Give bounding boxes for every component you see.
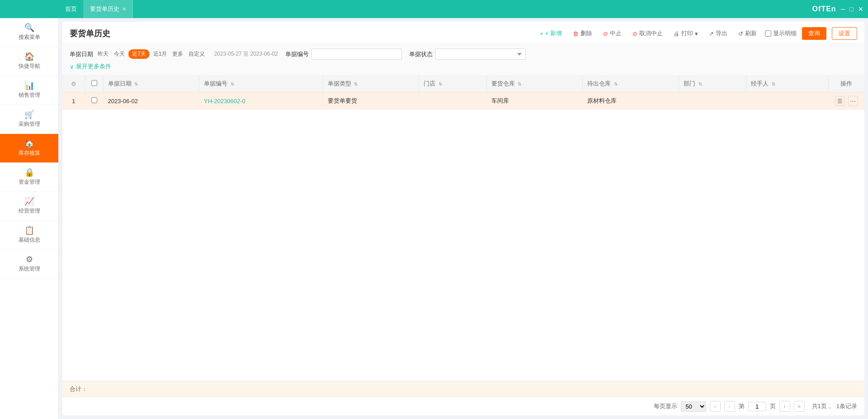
top-bar: 首页 要货单历史 ✕ OfTEn ─ □ ✕	[0, 0, 868, 18]
maximize-icon[interactable]: □	[850, 5, 854, 13]
sidebar-item-shortcut[interactable]: 🏠 快捷导航	[0, 47, 58, 76]
sort-store-icon[interactable]: ⇅	[439, 81, 442, 86]
table-container: ⚙ 单据日期 ⇅ 单据编号 ⇅	[62, 76, 864, 381]
doc-no-input[interactable]	[311, 48, 402, 60]
expand-more-button[interactable]: ∨ 展开更多条件	[70, 62, 857, 71]
sort-handler-icon[interactable]: ⇅	[772, 81, 775, 86]
page-size-label: 每页显示	[654, 402, 677, 410]
sidebar-item-sales[interactable]: 📊 销售管理	[0, 76, 58, 105]
select-all-checkbox[interactable]	[91, 80, 97, 86]
table-body: 1 2023-06-02 YH-20230602-0 要货单要货 车间库	[62, 92, 864, 110]
sidebar-item-inventory[interactable]: 🏠 库存核算	[0, 134, 58, 163]
print-button[interactable]: 🖨 打印 ▾	[671, 28, 701, 39]
query-button[interactable]: 查询	[802, 27, 826, 40]
main-layout: 🔍 搜索菜单 🏠 快捷导航 📊 销售管理 🛒 采购管理 🏠 库存核算 🔒 资金管…	[0, 18, 868, 419]
cell-checkbox	[85, 92, 103, 110]
new-button[interactable]: + + 新增	[537, 28, 565, 39]
print-icon: 🖨	[674, 30, 679, 37]
th-handler: 经手人 ⇅	[746, 76, 828, 92]
tab-requisition-history[interactable]: 要货单历史 ✕	[84, 0, 133, 18]
th-doc-no: 单据编号 ⇅	[199, 76, 323, 92]
refresh-button[interactable]: ↺ 刷新	[736, 28, 760, 39]
doc-no-link[interactable]: YH-20230602-0	[204, 98, 245, 105]
toolbar: + + 新增 🗑 删除 ⊘ 中止 ⊘ 取消中止	[537, 27, 857, 40]
export-icon: ↗	[709, 30, 714, 37]
sort-pendwh-icon[interactable]: ⇅	[614, 81, 618, 86]
filter-doc-no: 单据编号	[285, 48, 402, 60]
tab-requisition-label: 要货单历史	[90, 5, 119, 13]
delete-icon: 🗑	[573, 30, 579, 37]
page-content: 要货单历史 + + 新增 🗑 删除 ⊘ 中止 ⊘	[62, 22, 864, 415]
th-req-warehouse: 要货仓库 ⇅	[486, 76, 583, 92]
date-btn-yesterday[interactable]: 昨天	[96, 49, 110, 59]
date-btn-more[interactable]: 更多	[170, 49, 185, 59]
th-actions: 操作	[828, 76, 864, 92]
cell-department	[679, 92, 746, 110]
stop-button[interactable]: ⊘ 中止	[600, 28, 624, 39]
tab-home[interactable]: 首页	[59, 0, 84, 18]
sidebar: 🔍 搜索菜单 🏠 快捷导航 📊 销售管理 🛒 采购管理 🏠 库存核算 🔒 资金管…	[0, 18, 59, 419]
sidebar-item-operation[interactable]: 📈 经营管理	[0, 192, 58, 221]
last-page-button[interactable]: »	[794, 401, 805, 412]
sidebar-item-search[interactable]: 🔍 搜索菜单	[0, 18, 58, 47]
cart-icon: 🛒	[24, 110, 34, 119]
page-header: 要货单历史 + + 新增 🗑 删除 ⊘ 中止 ⊘	[62, 22, 864, 44]
cell-handler	[746, 92, 828, 110]
sidebar-item-system-label: 系统管理	[19, 265, 40, 273]
brand-text: OfTEn	[812, 5, 836, 13]
setting-button[interactable]: 设置	[832, 27, 857, 40]
sidebar-item-purchase[interactable]: 🛒 采购管理	[0, 105, 58, 134]
view-action-icon[interactable]: ☰	[835, 96, 845, 106]
finance-icon: 🔒	[24, 168, 34, 176]
cancel-stop-button[interactable]: ⊘ 取消中止	[630, 28, 665, 39]
date-btn-custom[interactable]: 自定义	[187, 49, 207, 59]
sidebar-item-basic[interactable]: 📋 基础信息	[0, 221, 58, 250]
first-page-button[interactable]: «	[710, 401, 721, 412]
delete-button[interactable]: 🗑 删除	[570, 28, 595, 39]
print-dropdown-icon: ▾	[695, 30, 698, 37]
page-size-select[interactable]: 10 20 50 100	[681, 401, 706, 412]
date-range-text: 2023-05-27 至 2023-06-02	[214, 50, 278, 58]
tab-close-icon[interactable]: ✕	[122, 6, 126, 12]
sort-reqwh-icon[interactable]: ⇅	[518, 81, 521, 86]
sort-docno-icon[interactable]: ⇅	[231, 81, 234, 86]
row-checkbox[interactable]	[91, 97, 97, 103]
sidebar-item-system[interactable]: ⚙ 系统管理	[0, 250, 58, 279]
th-settings[interactable]: ⚙	[62, 76, 85, 92]
sidebar-item-sales-label: 销售管理	[19, 91, 40, 99]
close-icon[interactable]: ✕	[858, 5, 863, 13]
data-table: ⚙ 单据日期 ⇅ 单据编号 ⇅	[62, 76, 864, 110]
sort-dept-icon[interactable]: ⇅	[698, 81, 702, 86]
prev-page-button[interactable]: ‹	[724, 401, 735, 412]
cell-actions: ☰ ⋯	[828, 92, 864, 110]
date-filter-label: 单据日期	[70, 50, 93, 58]
sidebar-item-finance[interactable]: 🔒 资金管理	[0, 163, 58, 192]
filter-area: 单据日期 昨天 今天 近7天 近1月 更多 自定义 2023-05-27 至 2…	[62, 44, 864, 76]
page-unit: 页	[770, 402, 776, 410]
more-action-icon[interactable]: ⋯	[848, 96, 858, 106]
table-row: 1 2023-06-02 YH-20230602-0 要货单要货 车间库	[62, 92, 864, 110]
refresh-icon: ↺	[738, 30, 743, 37]
sort-doctype-icon[interactable]: ⇅	[354, 81, 358, 86]
sort-date-icon[interactable]: ⇅	[134, 81, 138, 86]
status-select[interactable]	[435, 48, 526, 60]
total-info: 共1页，	[812, 402, 833, 410]
basic-icon: 📋	[24, 226, 34, 234]
next-page-button[interactable]: ›	[779, 401, 790, 412]
date-btn-7days[interactable]: 近7天	[128, 49, 150, 59]
date-btn-today[interactable]: 今天	[112, 49, 127, 59]
date-btn-1month[interactable]: 近1月	[151, 49, 169, 59]
plus-icon: +	[540, 30, 543, 37]
show-detail-checkbox[interactable]	[765, 30, 771, 37]
footer-total-label: 合计：	[70, 385, 87, 393]
page-number-input[interactable]	[748, 402, 766, 411]
minimize-icon[interactable]: ─	[841, 5, 845, 13]
th-doc-type: 单据类型 ⇅	[323, 76, 419, 92]
th-pending-warehouse: 待出仓库 ⇅	[583, 76, 679, 92]
pagination: 每页显示 10 20 50 100 « ‹ 第 页 › » 共1页， 1条记录	[62, 397, 864, 415]
show-detail-label[interactable]: 显示明细	[765, 29, 797, 38]
cancel-stop-icon: ⊘	[632, 30, 637, 37]
stop-icon: ⊘	[603, 30, 608, 37]
export-button[interactable]: ↗ 导出	[706, 28, 730, 39]
doc-no-label: 单据编号	[285, 50, 309, 58]
